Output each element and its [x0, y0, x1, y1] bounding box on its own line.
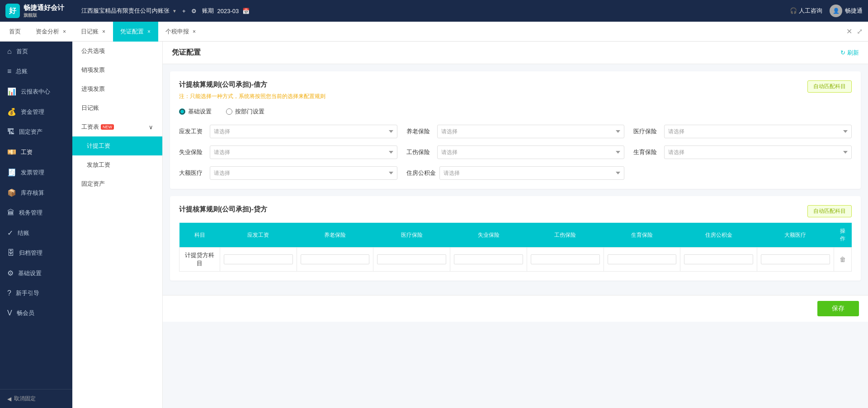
form-select-maternity[interactable]: 请选择	[664, 145, 852, 159]
radio-basic[interactable]: 基础设置	[179, 108, 212, 116]
left-nav-purchase-invoice[interactable]: 进项发票	[72, 80, 162, 98]
col-header-housing: 住房公积金	[680, 223, 757, 248]
sidebar-item-reports[interactable]: 📊 云报表中心	[0, 81, 72, 102]
input-big-medical[interactable]	[761, 254, 830, 264]
cell-salary	[220, 248, 297, 272]
sidebar-item-tax[interactable]: 🏛 税务管理	[0, 203, 72, 223]
delete-row-btn[interactable]: 🗑	[840, 256, 846, 263]
tab-tax[interactable]: 个税申报 ×	[158, 22, 203, 42]
company-dropdown-icon: ▼	[172, 9, 177, 14]
unpin-btn[interactable]: ◀ 取消固定	[0, 389, 72, 408]
left-nav: 公共选项 销项发票 进项发票 日记账 工资表 NEW ∨ 计提工资 发放工资	[72, 42, 163, 408]
left-nav-fixed-assets[interactable]: 固定资产	[72, 174, 162, 193]
tab-voucher-close[interactable]: ×	[147, 28, 151, 35]
col-header-subject: 科目	[179, 223, 220, 248]
form-item-maternity: 生育保险 请选择	[633, 145, 852, 159]
tax-icon: 🏛	[7, 209, 14, 217]
tab-voucher[interactable]: 凭证配置 ×	[113, 22, 158, 42]
left-nav-accrue-salary[interactable]: 计提工资	[72, 136, 162, 155]
form-select-pension[interactable]: 请选择	[437, 125, 625, 138]
tab-capital[interactable]: 资金分析 ×	[28, 22, 74, 42]
tab-tax-close[interactable]: ×	[193, 28, 196, 35]
radio-basic-input[interactable]	[179, 108, 185, 115]
sidebar-item-salary[interactable]: 💴 工资	[0, 142, 72, 162]
input-medical[interactable]	[377, 254, 446, 264]
tab-expand-icon[interactable]: ⤢	[857, 27, 863, 36]
input-injury[interactable]	[531, 254, 600, 264]
radio-department-input[interactable]	[226, 108, 232, 115]
left-nav-sales-invoice[interactable]: 销项发票	[72, 61, 162, 80]
form-select-medical[interactable]: 请选择	[664, 125, 852, 138]
vip-icon: V	[7, 309, 12, 317]
reports-icon: 📊	[7, 87, 16, 96]
left-nav-public[interactable]: 公共选项	[72, 42, 162, 61]
sidebar-item-finance[interactable]: 💰 资金管理	[0, 102, 72, 122]
content-area: 公共选项 销项发票 进项发票 日记账 工资表 NEW ∨ 计提工资 发放工资	[72, 42, 868, 408]
username: 畅捷通	[845, 7, 863, 15]
input-pension[interactable]	[301, 254, 370, 264]
consult-btn[interactable]: 🎧 人工咨询	[790, 7, 822, 15]
sidebar-item-guide[interactable]: ? 新手引导	[0, 283, 72, 303]
sidebar-item-invoice[interactable]: 🧾 发票管理	[0, 162, 72, 183]
form-select-unemployment[interactable]: 请选择	[210, 145, 397, 159]
finance-icon: 💰	[7, 108, 16, 116]
radio-department[interactable]: 按部门设置	[226, 108, 264, 116]
logo-icon: 好	[5, 4, 20, 18]
input-unemployment[interactable]	[454, 254, 523, 264]
tab-journal[interactable]: 日记账 ×	[74, 22, 113, 42]
form-select-big-medical[interactable]: 请选择	[210, 166, 397, 180]
cell-action: 🗑	[834, 248, 851, 272]
sidebar-label-closing: 结账	[18, 229, 29, 237]
tab-journal-label: 日记账	[81, 28, 99, 36]
tab-journal-close[interactable]: ×	[102, 28, 105, 35]
invoice-icon: 🧾	[7, 168, 16, 177]
input-housing[interactable]	[684, 254, 753, 264]
sidebar-item-ledger[interactable]: ≡ 总账	[0, 61, 72, 81]
inventory-icon: 📦	[7, 188, 16, 197]
sidebar-item-archive[interactable]: 🗄 归档管理	[0, 243, 72, 263]
left-nav-pay-salary[interactable]: 发放工资	[72, 155, 162, 174]
tab-bar: 首页 资金分析 × 日记账 × 凭证配置 × 个税申报 × ✕ ⤢	[0, 22, 868, 42]
sidebar-item-settings[interactable]: ⚙ 基础设置	[0, 263, 72, 283]
sidebar-item-home[interactable]: ⌂ 首页	[0, 42, 72, 61]
refresh-label: 刷新	[847, 49, 859, 57]
radio-basic-label: 基础设置	[188, 108, 212, 116]
settings-icon[interactable]: ⚙	[191, 8, 197, 14]
credit-auto-match-btn[interactable]: 自动匹配科目	[807, 205, 852, 217]
input-salary[interactable]	[224, 254, 293, 264]
input-maternity[interactable]	[608, 254, 677, 264]
user-menu[interactable]: 👤 畅捷通	[830, 5, 863, 17]
refresh-btn[interactable]: ↻ 刷新	[840, 49, 859, 57]
form-select-housing[interactable]: 请选择	[439, 166, 625, 180]
form-select-salary[interactable]: 请选择	[210, 125, 397, 138]
sidebar-item-inventory[interactable]: 📦 库存核算	[0, 183, 72, 203]
form-select-injury[interactable]: 请选择	[437, 145, 625, 159]
sidebar-item-vip[interactable]: V 畅会员	[0, 303, 72, 323]
tab-capital-close[interactable]: ×	[63, 28, 66, 35]
calendar-icon: 📅	[242, 8, 250, 14]
cell-pension	[297, 248, 373, 272]
tab-close-icon[interactable]: ✕	[846, 27, 852, 36]
col-header-injury: 工伤保险	[527, 223, 604, 248]
left-nav-journal[interactable]: 日记账	[72, 98, 162, 117]
company-selector[interactable]: 江西服宝精品有限责任公司内账张 ▼	[81, 7, 177, 15]
period-selector[interactable]: 账期 2023-03 📅	[202, 7, 250, 15]
form-label-big-medical: 大额医疗	[179, 169, 206, 177]
sidebar-item-closing[interactable]: ✓ 结账	[0, 223, 72, 243]
cell-injury	[527, 248, 604, 272]
payroll-table-arrow: ∨	[149, 124, 153, 131]
add-account-btn[interactable]: +	[182, 8, 186, 14]
save-btn[interactable]: 保存	[817, 301, 859, 316]
form-item-salary: 应发工资 请选择	[179, 125, 397, 138]
app-name: 畅捷通好会计	[24, 4, 64, 12]
left-nav-purchase-label: 进项发票	[81, 85, 105, 93]
tab-home[interactable]: 首页	[2, 22, 28, 42]
form-item-housing: 住房公积金 请选择	[406, 166, 625, 180]
debit-auto-match-btn[interactable]: 自动匹配科目	[807, 80, 852, 93]
form-item-medical: 医疗保险 请选择	[633, 125, 852, 138]
form-label-housing: 住房公积金	[406, 169, 436, 177]
sidebar-item-assets[interactable]: 🏗 固定资产	[0, 122, 72, 142]
col-header-medical: 医疗保险	[373, 223, 450, 248]
left-nav-payroll-table-label: 工资表	[81, 123, 99, 131]
left-nav-payroll-table[interactable]: 工资表 NEW ∨	[72, 117, 162, 136]
